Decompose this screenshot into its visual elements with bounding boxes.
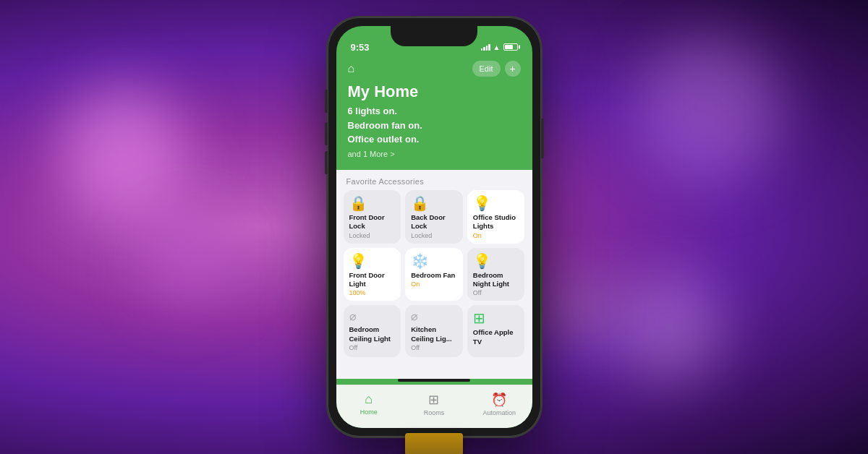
tab-home[interactable]: ⌂Home bbox=[347, 392, 391, 416]
home-title: My Home bbox=[348, 82, 521, 101]
office-studio-lights-status: On bbox=[473, 232, 482, 239]
home-more-link[interactable]: and 1 More > bbox=[348, 150, 521, 158]
bedroom-ceiling-light-status: Off bbox=[349, 344, 358, 351]
kitchen-ceiling-light-name: Kitchen Ceiling Lig... bbox=[411, 325, 457, 343]
office-apple-tv-icon: ⊞ bbox=[473, 311, 485, 325]
back-door-lock-name: Back Door Lock bbox=[411, 213, 457, 231]
bedroom-fan-icon: ❄️ bbox=[411, 254, 429, 268]
bokeh-5 bbox=[542, 273, 615, 346]
office-studio-lights-icon: 💡 bbox=[473, 196, 491, 210]
tab-rooms-label: Rooms bbox=[424, 409, 445, 416]
back-door-lock-icon: 🔒 bbox=[411, 196, 429, 210]
bedroom-night-light-icon: 💡 bbox=[473, 254, 491, 268]
bokeh-1 bbox=[58, 87, 188, 217]
front-door-light-name: Front Door Light bbox=[349, 271, 396, 289]
home-small-icon: ⌂ bbox=[348, 62, 355, 75]
bedroom-fan-name: Bedroom Fan bbox=[411, 271, 455, 280]
bokeh-4 bbox=[615, 273, 723, 382]
edit-button[interactable]: Edit bbox=[472, 61, 501, 77]
bokeh-2 bbox=[145, 217, 231, 304]
bedroom-ceiling-light-name: Bedroom Ceiling Light bbox=[349, 325, 396, 343]
accessory-tile-back-door-lock[interactable]: 🔒Back Door LockLocked bbox=[405, 190, 463, 244]
tab-rooms[interactable]: ⊞Rooms bbox=[412, 392, 456, 416]
status-line-1: 6 lights on. bbox=[348, 106, 398, 116]
front-door-light-status: 100% bbox=[349, 289, 366, 296]
kitchen-ceiling-light-status: Off bbox=[411, 344, 420, 351]
accessory-tile-kitchen-ceiling-light[interactable]: ⌀Kitchen Ceiling Lig...Off bbox=[405, 305, 463, 357]
status-icons: ▲ bbox=[481, 43, 518, 51]
office-studio-lights-name: Office Studio Lights bbox=[473, 213, 519, 231]
accessory-tile-office-studio-lights[interactable]: 💡Office Studio LightsOn bbox=[467, 190, 525, 244]
home-indicator bbox=[398, 379, 470, 382]
content-area: Favorite Accessories 🔒Front Door LockLoc… bbox=[336, 170, 532, 379]
accessory-tile-office-apple-tv[interactable]: ⊞Office Apple TV bbox=[467, 305, 525, 357]
tab-bar: ⌂Home⊞Rooms⏰Automation bbox=[336, 385, 532, 428]
office-apple-tv-name: Office Apple TV bbox=[473, 328, 519, 346]
bedroom-night-light-name: Bedroom Night Light bbox=[473, 271, 519, 289]
header-area: ⌂ Edit + My Home 6 lights on. Bedroom fa… bbox=[336, 58, 532, 170]
kitchen-ceiling-light-icon: ⌀ bbox=[411, 311, 418, 322]
front-door-lock-name: Front Door Lock bbox=[349, 213, 396, 231]
front-door-lock-icon: 🔒 bbox=[349, 196, 367, 210]
accessory-tile-front-door-light[interactable]: 💡Front Door Light100% bbox=[344, 248, 401, 301]
tab-home-label: Home bbox=[360, 408, 378, 416]
header-actions: Edit + bbox=[472, 61, 521, 77]
phone-shell: 9:53 ▲ ⌂ Edit + bbox=[328, 17, 541, 437]
tab-automation-icon: ⏰ bbox=[491, 392, 507, 408]
add-button[interactable]: + bbox=[505, 61, 521, 77]
accessory-tile-bedroom-ceiling-light[interactable]: ⌀Bedroom Ceiling LightOff bbox=[344, 305, 401, 357]
tab-home-icon: ⌂ bbox=[365, 392, 373, 407]
front-door-light-icon: 💡 bbox=[349, 254, 367, 268]
wifi-icon: ▲ bbox=[493, 43, 501, 51]
bedroom-ceiling-light-icon: ⌀ bbox=[349, 311, 357, 322]
front-door-lock-status: Locked bbox=[349, 232, 370, 239]
bokeh-3 bbox=[637, 36, 781, 181]
accessory-tile-bedroom-night-light[interactable]: 💡Bedroom Night LightOff bbox=[467, 248, 525, 301]
signal-icon bbox=[481, 43, 490, 51]
battery-icon bbox=[503, 43, 518, 51]
home-status: 6 lights on. Bedroom fan on. Office outl… bbox=[348, 104, 521, 147]
notch bbox=[391, 26, 477, 46]
bedroom-fan-status: On bbox=[411, 280, 420, 288]
tab-automation[interactable]: ⏰Automation bbox=[477, 392, 521, 416]
status-line-2: Bedroom fan on. bbox=[348, 120, 422, 131]
tab-rooms-icon: ⊞ bbox=[428, 392, 439, 408]
back-door-lock-status: Locked bbox=[411, 232, 432, 239]
phone-screen: 9:53 ▲ ⌂ Edit + bbox=[336, 26, 532, 428]
bedroom-night-light-status: Off bbox=[473, 289, 482, 296]
tab-automation-label: Automation bbox=[483, 409, 516, 416]
accessory-tile-bedroom-fan[interactable]: ❄️Bedroom FanOn bbox=[405, 248, 463, 301]
header-nav: ⌂ Edit + bbox=[348, 61, 521, 77]
favorites-section-title: Favorite Accessories bbox=[336, 170, 532, 190]
status-time: 9:53 bbox=[351, 42, 370, 53]
accessories-grid: 🔒Front Door LockLocked🔒Back Door LockLoc… bbox=[336, 190, 532, 364]
accessory-tile-front-door-lock[interactable]: 🔒Front Door LockLocked bbox=[344, 190, 401, 244]
phone-stand bbox=[405, 433, 463, 454]
status-line-3: Office outlet on. bbox=[348, 134, 420, 145]
